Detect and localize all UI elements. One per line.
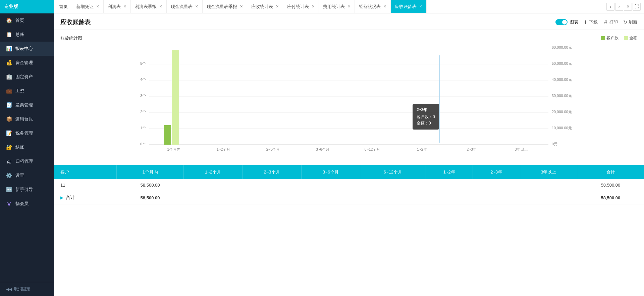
- tab-cash-flow-close[interactable]: ✕: [195, 4, 198, 9]
- tab-cash-flow-quarterly[interactable]: 现金流量表季报 ✕: [203, 0, 247, 13]
- tab-expense-stats-close[interactable]: ✕: [347, 4, 351, 9]
- header-actions: 图表 ⬇ 下载 🖨 打印 ↻ 刷新: [555, 19, 637, 25]
- download-label: 下载: [589, 19, 598, 25]
- tab-profit[interactable]: 利润表 ✕: [104, 0, 131, 13]
- sidebar-item-home[interactable]: 🏠 首页: [0, 13, 54, 28]
- td-total-3yplus: [520, 191, 577, 204]
- sidebar-item-reports[interactable]: 📊 报表中心: [0, 42, 54, 56]
- svg-text:20,000.00元: 20,000.00元: [552, 110, 572, 114]
- sidebar-item-archive[interactable]: 🗂 归档管理: [0, 154, 54, 168]
- tab-maximize-button[interactable]: ⛶: [633, 3, 641, 11]
- svg-text:1个: 1个: [140, 126, 146, 130]
- payroll-icon: 💼: [6, 88, 12, 94]
- tab-scroll-left-button[interactable]: ‹: [606, 3, 614, 11]
- closing-icon: 🔐: [6, 144, 12, 150]
- td-23m: [243, 179, 302, 191]
- tab-new-voucher-label: 新增凭证: [76, 4, 94, 10]
- th-36m: 3~6个月: [301, 165, 360, 179]
- tab-ap-stats-close[interactable]: ✕: [312, 4, 315, 9]
- download-button[interactable]: ⬇ 下载: [584, 19, 598, 25]
- sidebar-item-guide[interactable]: 🆕 新手引导: [0, 183, 54, 197]
- tab-new-voucher[interactable]: 新增凭证 ✕: [72, 0, 104, 13]
- sidebar-item-tax[interactable]: 📝 税务管理: [0, 126, 54, 140]
- unpin-icon: ◀◀: [6, 287, 12, 292]
- svg-text:30,000.00元: 30,000.00元: [552, 94, 572, 98]
- svg-text:5个: 5个: [140, 61, 146, 65]
- sidebar-item-archive-label: 归档管理: [15, 158, 33, 164]
- legend-customer-count-dot: [601, 36, 605, 40]
- tab-profit-quarterly-close[interactable]: ✕: [159, 4, 162, 9]
- bar-1m-customers: [164, 125, 171, 145]
- chart-svg: 0个 1个 2个 3个 4个 5个 0元 10,000.00元 20,000.0…: [60, 45, 637, 153]
- tab-new-voucher-close[interactable]: ✕: [96, 4, 99, 9]
- svg-text:3~6个月: 3~6个月: [316, 147, 330, 151]
- guide-icon: 🆕: [6, 187, 12, 193]
- tab-cash-flow[interactable]: 现金流量表 ✕: [167, 0, 203, 13]
- sidebar-item-fixed-assets[interactable]: 🏢 固定资产: [0, 70, 54, 84]
- home-icon: 🏠: [6, 17, 12, 23]
- td-12m: [183, 179, 243, 191]
- th-total: 合计: [577, 165, 644, 179]
- th-3yplus: 3年以上: [520, 165, 577, 179]
- tab-profit-quarterly[interactable]: 利润表季报 ✕: [131, 0, 167, 13]
- ledger-icon: 📋: [6, 32, 12, 38]
- tab-home[interactable]: 首页: [55, 0, 72, 13]
- main-content: 首页 新增凭证 ✕ 利润表 ✕ 利润表季报 ✕ 现金流量表 ✕ 现金流量表季报 …: [54, 0, 644, 296]
- tab-ar-aging-close[interactable]: ✕: [419, 4, 422, 9]
- tab-profit-close[interactable]: ✕: [123, 4, 126, 9]
- download-icon: ⬇: [584, 19, 588, 25]
- sidebar-item-settings[interactable]: ⚙️ 设置: [0, 168, 54, 183]
- chart-toggle-label: 图表: [570, 19, 578, 25]
- print-button[interactable]: 🖨 打印: [603, 19, 618, 25]
- tab-expense-stats[interactable]: 费用统计表 ✕: [319, 0, 355, 13]
- sidebar-item-funds[interactable]: 💰 资金管理: [0, 56, 54, 70]
- sidebar-item-guide-label: 新手引导: [15, 187, 33, 193]
- svg-text:50,000.00元: 50,000.00元: [552, 61, 572, 65]
- svg-text:3个: 3个: [140, 94, 146, 98]
- tab-home-label: 首页: [59, 4, 68, 10]
- tax-icon: 📝: [6, 130, 12, 136]
- tab-ar-aging[interactable]: 应收账龄表 ✕: [391, 0, 427, 13]
- td-23y: [473, 179, 520, 191]
- funds-icon: 💰: [6, 60, 12, 66]
- sidebar-item-ledger[interactable]: 📋 总账: [0, 28, 54, 42]
- svg-text:60,000.00元: 60,000.00元: [552, 45, 572, 49]
- tab-business-status[interactable]: 经营状况表 ✕: [355, 0, 391, 13]
- invoice-icon: 🧾: [6, 102, 12, 108]
- tab-business-status-close[interactable]: ✕: [383, 4, 386, 9]
- sidebar-logo: 专业版: [0, 0, 54, 13]
- legend-customer-count: 客户数: [601, 35, 619, 41]
- sidebar: 专业版 🏠 首页 📋 总账 📊 报表中心 💰 资金管理 🏢 固定资产 💼 工资 …: [0, 0, 54, 296]
- td-total-36m: [301, 191, 360, 204]
- chart-title: 账龄统计图: [60, 35, 637, 41]
- sidebar-item-payroll[interactable]: 💼 工资: [0, 84, 54, 98]
- chart-toggle[interactable]: [555, 19, 568, 25]
- refresh-label: 刷新: [629, 19, 637, 25]
- th-23m: 2~3个月: [243, 165, 302, 179]
- tab-scroll-right-button[interactable]: ›: [615, 3, 623, 11]
- sidebar-item-invoice[interactable]: 🧾 发票管理: [0, 98, 54, 112]
- total-icon: ▶: [60, 196, 63, 200]
- chart-toggle-switch[interactable]: 图表: [555, 19, 578, 25]
- tab-ar-stats[interactable]: 应收统计表 ✕: [247, 0, 283, 13]
- sidebar-item-closing[interactable]: 🔐 结账: [0, 140, 54, 154]
- sidebar-item-settings-label: 设置: [15, 172, 24, 179]
- tab-close-all-button[interactable]: ✕: [624, 3, 632, 11]
- table-total-row: ▶ 合计 58,500.00 58,500.00: [54, 191, 644, 204]
- sidebar-item-inventory[interactable]: 📦 进销台账: [0, 112, 54, 126]
- svg-text:0个: 0个: [140, 142, 146, 146]
- sidebar-unpin-button[interactable]: ◀◀ 取消固定: [0, 282, 54, 296]
- th-612m: 6~12个月: [360, 165, 426, 179]
- sidebar-item-membership[interactable]: V 畅会员: [0, 197, 54, 211]
- sidebar-item-membership-label: 畅会员: [15, 201, 29, 207]
- chart-legend: 客户数 金额: [601, 35, 637, 41]
- tab-ap-stats[interactable]: 应付统计表 ✕: [283, 0, 319, 13]
- td-total-12m: [183, 191, 243, 204]
- print-label: 打印: [609, 19, 618, 25]
- td-36m: [301, 179, 360, 191]
- td-3yplus: [520, 179, 577, 191]
- tab-cash-flow-quarterly-close[interactable]: ✕: [240, 4, 243, 9]
- tab-ar-stats-close[interactable]: ✕: [276, 4, 279, 9]
- th-1m: 1个月内: [117, 165, 183, 179]
- refresh-button[interactable]: ↻ 刷新: [623, 19, 637, 25]
